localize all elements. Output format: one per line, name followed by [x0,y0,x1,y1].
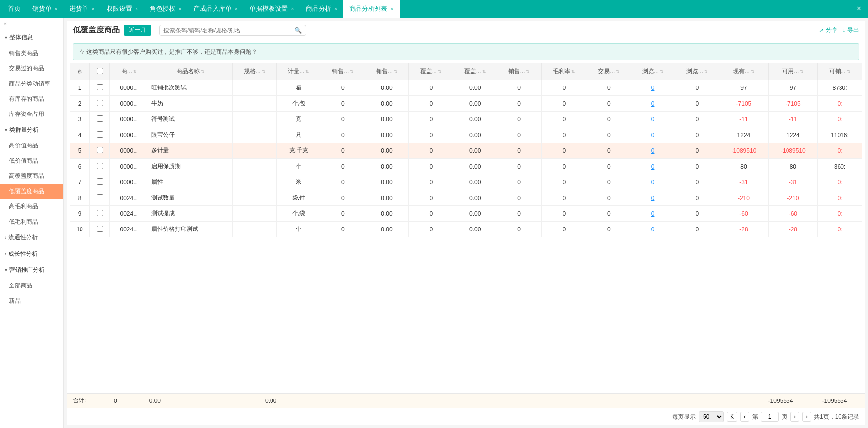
browse2-col-header[interactable]: 浏览...⇅ [675,63,719,80]
tab-sales-order[interactable]: 销货单 × [27,0,63,18]
row-browse1[interactable]: 0 [631,159,675,174]
code-col-header[interactable]: 商...⇅ [110,63,148,80]
export-button[interactable]: ↓ 导出 [842,26,859,34]
sales-amt-col-header[interactable]: 销售...⇅ [365,63,409,80]
row-browse1[interactable]: 0 [631,190,675,206]
sidebar-section-cluster[interactable]: ▾ 类群量分析 [0,122,63,138]
avail-stock-col-header[interactable]: 可用...⇅ [768,63,817,80]
checkbox-col-header[interactable] [90,63,110,80]
row-browse1[interactable]: 0 [631,112,675,127]
cover1-col-header[interactable]: 覆盖...⇅ [409,63,453,80]
search-input[interactable] [163,27,294,34]
sidebar-item-category-rate[interactable]: 商品分类动销率 [0,76,63,91]
row-select-checkbox[interactable] [97,131,103,138]
sidebar-item-new-goods[interactable]: 新品 [0,293,63,309]
row-checkbox[interactable] [90,222,110,237]
tab-purchase-order[interactable]: 进货单 × [63,0,100,18]
row-checkbox[interactable] [90,96,110,112]
sidebar-item-capital-usage[interactable]: 库存资金占用 [0,107,63,122]
close-icon[interactable]: × [135,6,138,12]
tab-permissions[interactable]: 权限设置 × [101,0,144,18]
row-select-checkbox[interactable] [97,84,103,90]
sidebar-section-overall[interactable]: ▾ 整体信息 [0,29,63,46]
close-all-button[interactable]: × [852,4,866,13]
row-browse1[interactable]: 0 [631,96,675,112]
sidebar-item-low-margin[interactable]: 低毛利商品 [0,214,63,229]
close-icon[interactable]: × [178,6,181,12]
tab-template-settings[interactable]: 单据模板设置 × [244,0,299,18]
current-stock-col-header[interactable]: 现有...⇅ [719,63,768,80]
prev-page-btn[interactable]: ‹ [740,412,749,422]
row-code: 0000... [110,159,148,174]
row-browse1[interactable]: 0 [631,174,675,190]
saleable-col-header[interactable]: 可销...⇅ [818,63,862,80]
row-select-checkbox[interactable] [97,210,103,216]
row-browse1[interactable]: 0 [631,127,675,143]
close-icon[interactable]: × [390,6,393,12]
spec-col-header[interactable]: 规格...⇅ [233,63,277,80]
row-checkbox[interactable] [90,206,110,222]
close-icon[interactable]: × [334,6,337,12]
sidebar-item-all-goods[interactable]: 全部商品 [0,278,63,293]
next-page-btn[interactable]: › [790,412,799,422]
sidebar-item-traded-goods[interactable]: 交易过的商品 [0,61,63,76]
sidebar-item-low-value[interactable]: 低价值商品 [0,153,63,169]
tab-product-analysis[interactable]: 商品分析 × [300,0,343,18]
close-icon[interactable]: × [235,6,238,12]
browse1-col-header[interactable]: 浏览...⇅ [631,63,675,80]
sales-qty-col-header[interactable]: 销售...⇅ [321,63,365,80]
page-size-select[interactable]: 50 20 100 [699,411,724,422]
row-select-checkbox[interactable] [97,163,103,169]
row-checkbox[interactable] [90,80,110,96]
row-checkbox[interactable] [90,112,110,127]
period-button[interactable]: 近一月 [124,25,151,36]
row-checkbox[interactable] [90,190,110,206]
sidebar-section-marketing[interactable]: ▾ 营销推广分析 [0,262,63,278]
sidebar-item-high-coverage[interactable]: 高覆盖度商品 [0,169,63,184]
close-icon[interactable]: × [91,6,94,12]
row-select-checkbox[interactable] [97,178,103,185]
sidebar-section-growth[interactable]: › 成长性分析 [0,246,63,262]
tab-role-auth[interactable]: 角色授权 × [144,0,187,18]
page-number-input[interactable] [761,412,779,422]
cover2-col-header[interactable]: 覆盖...⇅ [453,63,497,80]
last-page-btn[interactable]: › [802,412,811,422]
sidebar-section-flow[interactable]: › 流通性分析 [0,229,63,246]
trade-col-header[interactable]: 交易...⇅ [587,63,631,80]
row-select-checkbox[interactable] [97,226,103,232]
row-select-checkbox[interactable] [97,100,103,106]
search-icon[interactable]: 🔍 [294,27,302,34]
row-select-checkbox[interactable] [97,194,103,200]
tab-product-inbound[interactable]: 产成品入库单 × [188,0,244,18]
row-browse1[interactable]: 0 [631,143,675,159]
tab-home[interactable]: 首页 [2,0,27,18]
row-select-checkbox[interactable] [97,147,103,153]
sidebar-item-high-margin[interactable]: 高毛利商品 [0,199,63,214]
tab-product-analysis-list[interactable]: 商品分析列表 × [343,0,399,18]
row-browse1[interactable]: 0 [631,80,675,96]
row-checkbox[interactable] [90,143,110,159]
settings-col-header[interactable]: ⚙ [70,63,90,80]
margin-col-header[interactable]: 毛利率⇅ [541,63,587,80]
sidebar-item-low-coverage[interactable]: 低覆盖度商品 [0,184,63,199]
sidebar-collapse-btn[interactable]: « [4,21,7,26]
row-browse1[interactable]: 0 [631,222,675,237]
first-page-btn[interactable]: K [727,412,737,422]
row-browse1[interactable]: 0 [631,206,675,222]
sidebar-item-sales-goods[interactable]: 销售类商品 [0,46,63,61]
row-checkbox[interactable] [90,159,110,174]
name-col-header[interactable]: 商品名称⇅ [148,63,233,80]
row-sales-amt: 0.00 [365,159,409,174]
close-icon[interactable]: × [54,6,57,12]
row-select-checkbox[interactable] [97,115,103,122]
close-icon[interactable]: × [291,6,294,12]
row-checkbox[interactable] [90,174,110,190]
row-checkbox[interactable] [90,127,110,143]
sales3-col-header[interactable]: 销售...⇅ [497,63,542,80]
select-all-checkbox[interactable] [97,68,103,74]
sidebar-item-high-value[interactable]: 高价值商品 [0,138,63,153]
share-button[interactable]: ↗ 分享 [819,26,838,34]
sidebar-item-in-stock[interactable]: 有库存的商品 [0,91,63,107]
unit-col-header[interactable]: 计量...⇅ [277,63,321,80]
sidebar: « ▾ 整体信息 销售类商品 交易过的商品 商品分类动销率 有库存的商品 库存资… [0,18,64,428]
